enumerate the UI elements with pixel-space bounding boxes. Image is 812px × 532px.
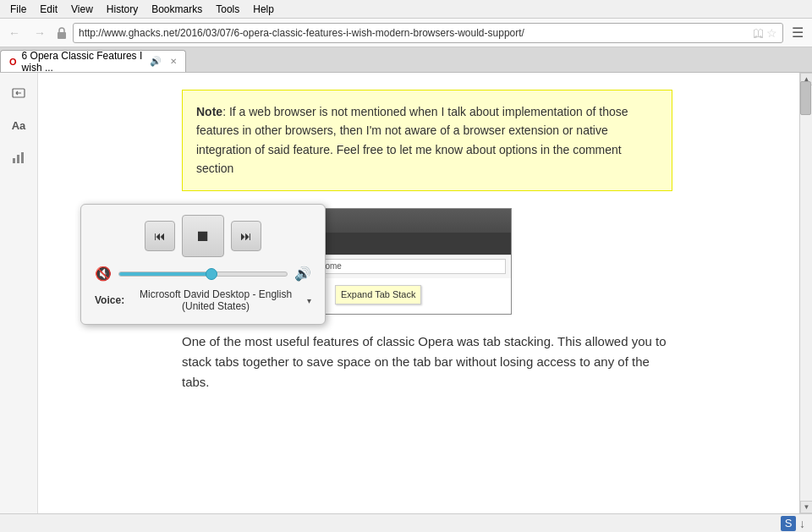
download-icon[interactable]: ↓ [799, 517, 805, 530]
mute-icon[interactable]: 🔇 [95, 266, 112, 282]
url-text: http://www.ghacks.net/2016/03/07/6-opera… [79, 27, 749, 39]
menu-bookmarks[interactable]: Bookmarks [145, 2, 209, 17]
player-controls: ⏮ ⏹ ⏭ [95, 215, 311, 257]
volume-slider-row: 🔇 🔊 [95, 266, 311, 282]
prev-button[interactable]: ⏮ [145, 221, 175, 251]
scroll-thumb[interactable] [800, 81, 811, 115]
note-label: Note [196, 105, 222, 118]
expand-tab-stack-tooltip: Expand Tab Stack [335, 285, 421, 305]
svg-rect-2 [13, 158, 15, 163]
tab-label: 6 Opera Classic Features I wish ... [22, 50, 145, 74]
tab-speaker-icon[interactable]: 🔊 [150, 56, 162, 67]
lock-icon [54, 25, 69, 41]
scrollbar[interactable]: ▲ ▼ [799, 73, 812, 513]
tab-close-button[interactable]: ✕ [170, 57, 177, 66]
slider-fill [119, 272, 211, 276]
forward-button[interactable]: → [29, 22, 51, 44]
stats-button[interactable] [5, 144, 32, 171]
browser-menu-button[interactable]: ☰ [787, 22, 809, 44]
svg-rect-0 [58, 32, 66, 39]
menu-history[interactable]: History [100, 2, 145, 17]
voice-label: Voice: [95, 294, 124, 306]
voice-dropdown[interactable]: ▾ [307, 296, 311, 305]
active-tab[interactable]: O 6 Opera Classic Features I wish ... 🔊 … [0, 50, 186, 72]
note-text: : If a web browser is not mentioned when… [196, 105, 628, 175]
voice-value: Microsoft David Desktop - English (Unite… [128, 288, 304, 312]
tab-favicon: O [9, 57, 17, 67]
svg-rect-4 [21, 152, 24, 163]
font-size-button[interactable]: Aa [5, 112, 32, 139]
back-button[interactable]: ← [3, 22, 25, 44]
menu-help[interactable]: Help [246, 2, 281, 17]
menu-bar: File Edit View History Bookmarks Tools H… [0, 0, 812, 19]
reader-back-button[interactable] [5, 80, 32, 107]
audio-player-popup: ⏮ ⏹ ⏭ 🔇 🔊 Voice: Microsoft David Desktop… [80, 204, 326, 325]
tab-bar: O 6 Opera Classic Features I wish ... 🔊 … [0, 47, 812, 73]
note-box: Note: If a web browser is not mentioned … [182, 90, 672, 191]
volume-slider[interactable] [118, 271, 288, 277]
address-bar[interactable]: http://www.ghacks.net/2016/03/07/6-opera… [73, 23, 783, 43]
scroll-down-arrow[interactable]: ▼ [800, 501, 812, 513]
stop-button[interactable]: ⏹ [182, 215, 224, 257]
menu-edit[interactable]: Edit [33, 2, 64, 17]
menu-tools[interactable]: Tools [209, 2, 246, 17]
voice-row: Voice: Microsoft David Desktop - English… [95, 288, 311, 312]
status-bar: S ↓ [0, 513, 812, 532]
sidebar-left: Aa [0, 73, 38, 513]
bookmark-icon[interactable]: 🕮 [753, 26, 765, 40]
main-layout: Aa ⏮ ⏹ ⏭ 🔇 🔊 [0, 73, 812, 513]
star-icon[interactable]: ☆ [766, 26, 777, 40]
svg-rect-3 [17, 155, 19, 163]
menu-view[interactable]: View [64, 2, 100, 17]
font-icon: Aa [12, 119, 26, 132]
nav-bar: ← → http://www.ghacks.net/2016/03/07/6-o… [0, 19, 812, 47]
slider-thumb[interactable] [206, 268, 217, 280]
scribe-icon: S [781, 516, 796, 531]
volume-icon[interactable]: 🔊 [294, 266, 311, 282]
next-button[interactable]: ⏭ [231, 221, 261, 251]
article-paragraph: One of the most useful features of class… [182, 332, 672, 392]
content-area[interactable]: ⏮ ⏹ ⏭ 🔇 🔊 Voice: Microsoft David Desktop… [38, 73, 799, 513]
menu-file[interactable]: File [3, 2, 33, 17]
